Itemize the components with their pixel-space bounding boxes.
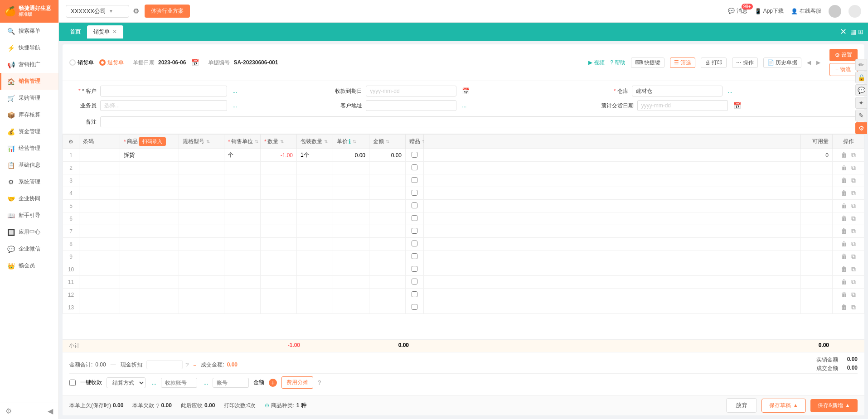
warehouse-dots[interactable]: ... [728,88,732,94]
row-spec[interactable] [179,187,224,200]
row-pkg[interactable] [297,289,333,301]
row-copy-btn[interactable]: ⧉ [850,164,857,172]
radio-sales[interactable]: 销货单 [69,59,94,67]
row-spec[interactable] [179,212,224,225]
row-delete-btn[interactable]: 🗑 [839,303,849,311]
row-price[interactable] [333,301,369,314]
row-barcode[interactable] [79,238,120,250]
tab-sales-order[interactable]: 销货单 ✕ [87,25,123,39]
sidebar-item-purchase[interactable]: 🛒 采购管理 [0,90,58,106]
row-goods[interactable] [120,225,179,238]
sidebar-item-system[interactable]: ⚙ 系统管理 [0,173,58,190]
scan-btn[interactable]: 扫码录入 [139,137,166,146]
row-delete-btn[interactable]: 🗑 [839,291,849,298]
sidebar-item-quick-nav[interactable]: ⚡ 快捷导航 [0,39,58,56]
row-price[interactable] [333,212,369,225]
row-spec[interactable] [179,263,224,276]
note-input[interactable] [100,116,858,127]
row-delete-btn[interactable]: 🗑 [839,189,849,197]
sidebar-item-wechat[interactable]: 💬 企业微信 [0,241,58,257]
date-calendar-icon[interactable]: 📅 [191,59,199,66]
row-unit[interactable] [224,238,261,250]
prev-icon[interactable]: ◀ [807,59,811,66]
right-tool-6[interactable]: ⚙ [855,122,867,134]
row-copy-btn[interactable]: ⧉ [850,177,857,184]
row-goods[interactable] [120,301,179,314]
sidebar-item-member[interactable]: 👑 畅会员 [0,257,58,274]
row-qty[interactable] [261,200,297,212]
row-amount[interactable] [369,263,406,276]
row-copy-btn[interactable]: ⧉ [850,303,857,311]
row-pkg[interactable] [297,149,333,162]
account-input[interactable] [161,378,197,388]
row-gift[interactable] [406,212,424,225]
method-select[interactable]: 结算方式 [107,377,145,388]
row-price[interactable] [333,149,369,162]
row-pkg[interactable] [297,301,333,314]
delivery-date-icon[interactable]: 📅 [733,102,741,109]
row-goods[interactable] [120,238,179,250]
discard-btn[interactable]: 放弃 [726,398,757,413]
customer-addr-input[interactable] [366,100,456,111]
close-all-icon[interactable]: ✕ [840,27,847,37]
row-spec[interactable] [179,149,224,162]
row-price[interactable] [333,250,369,263]
account-no-input[interactable] [213,378,249,388]
trial-btn[interactable]: 体验行业方案 [145,5,190,18]
row-qty[interactable] [261,238,297,250]
warehouse-input[interactable] [632,86,723,96]
shortcuts-btn[interactable]: ⌨ 快捷键 [631,58,664,68]
row-price[interactable] [333,263,369,276]
row-spec[interactable] [179,250,224,263]
row-delete-btn[interactable]: 🗑 [839,265,849,273]
receipt-date-icon[interactable]: 📅 [462,87,470,95]
row-pkg[interactable] [297,187,333,200]
row-qty[interactable] [261,162,297,174]
row-memo[interactable] [424,250,801,263]
row-qty[interactable] [261,174,297,187]
row-price[interactable] [333,200,369,212]
user-avatar-2[interactable] [849,5,861,18]
row-gift[interactable] [406,162,424,174]
row-amount[interactable] [369,212,406,225]
row-amount[interactable] [369,276,406,289]
row-memo[interactable] [424,289,801,301]
settings-icon[interactable]: ⚙ [5,407,12,415]
row-goods[interactable] [120,162,179,174]
sidebar-item-base[interactable]: 📋 基础信息 [0,157,58,173]
row-copy-btn[interactable]: ⧉ [850,253,857,260]
row-copy-btn[interactable]: ⧉ [850,189,857,197]
sidebar-item-enterprise[interactable]: 🤝 企业协同 [0,190,58,207]
row-qty[interactable] [261,187,297,200]
row-gift[interactable] [406,289,424,301]
row-amount[interactable] [369,250,406,263]
row-price[interactable] [333,187,369,200]
row-goods[interactable] [120,250,179,263]
right-tool-1[interactable]: ✏ [855,59,867,71]
row-pkg[interactable] [297,162,333,174]
row-qty[interactable] [261,149,297,162]
row-memo[interactable] [424,276,801,289]
row-barcode[interactable] [79,289,120,301]
filter-btn[interactable]: ☰ 筛选 [670,58,695,68]
row-copy-btn[interactable]: ⧉ [850,227,857,235]
video-link[interactable]: ▶ 视频 [588,59,605,67]
row-barcode[interactable] [79,276,120,289]
next-icon[interactable]: ▶ [816,59,820,66]
layout-icon-1[interactable]: ▦ [850,28,856,35]
row-pkg[interactable] [297,250,333,263]
logistics-btn[interactable]: + 物流 [829,63,858,76]
row-memo[interactable] [424,174,801,187]
row-memo[interactable] [424,187,801,200]
operate-btn[interactable]: ⋯ 操作 [732,58,758,68]
row-pkg[interactable] [297,238,333,250]
row-barcode[interactable] [79,187,120,200]
row-memo[interactable] [424,263,801,276]
customer-addr-dots[interactable]: ... [462,102,466,109]
row-unit[interactable] [224,187,261,200]
right-tool-5[interactable]: ✎ [855,110,867,121]
row-pkg[interactable] [297,174,333,187]
row-price[interactable] [333,174,369,187]
row-delete-btn[interactable]: 🗑 [839,215,849,222]
row-delete-btn[interactable]: 🗑 [839,177,849,184]
